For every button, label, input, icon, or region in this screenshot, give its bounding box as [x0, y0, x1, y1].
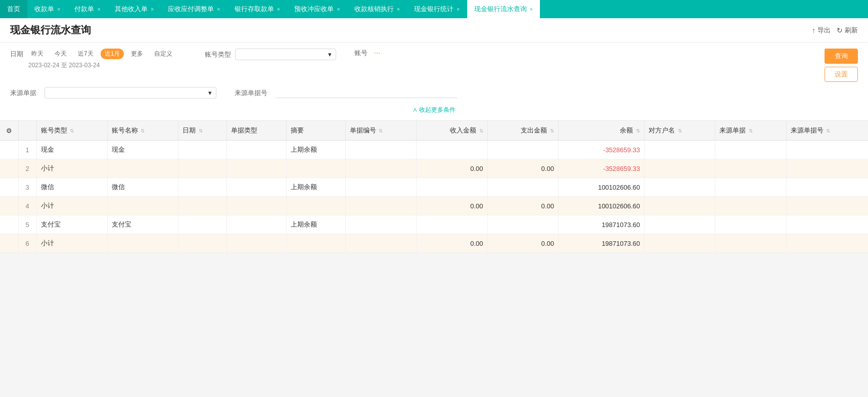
nav-item-payment[interactable]: 付款单 ×	[67, 0, 107, 18]
nav-label-receipt: 收款单	[34, 0, 54, 18]
nav-close-advance[interactable]: ×	[337, 0, 340, 18]
settings-button[interactable]: 设置	[825, 67, 858, 82]
cell-account-name	[107, 197, 178, 215]
nav-item-adjustment[interactable]: 应收应付调整单 ×	[161, 0, 227, 18]
table-row: 2 小计 0.00 0.00 -3528659.33	[0, 159, 868, 178]
col-source-doc[interactable]: 来源单据 ⇅	[715, 121, 786, 141]
cell-income: 0.00	[417, 159, 487, 178]
cell-gear	[0, 141, 18, 159]
col-date[interactable]: 日期 ⇅	[178, 121, 227, 141]
cell-income: 0.00	[417, 234, 487, 253]
cell-gear	[0, 178, 18, 197]
nav-item-advance[interactable]: 预收冲应收单 ×	[287, 0, 347, 18]
account-type-select[interactable]: ▾	[235, 49, 336, 60]
date-today[interactable]: 今天	[51, 49, 71, 59]
nav-item-flow[interactable]: 现金银行流水查询 ×	[467, 0, 540, 18]
source-doc-no-input[interactable]	[276, 88, 458, 98]
cell-counterparty	[645, 197, 715, 215]
date-options: 昨天 今天 近7天 近1月 更多 自定义	[27, 49, 176, 59]
cell-income	[417, 178, 487, 197]
cell-expense	[487, 141, 558, 159]
nav-close-adjustment[interactable]: ×	[217, 0, 220, 18]
cell-summary	[286, 234, 345, 253]
nav-close-stats[interactable]: ×	[456, 0, 460, 18]
col-counterparty[interactable]: 对方户名 ⇅	[645, 121, 715, 141]
cell-balance: 19871073.60	[558, 234, 644, 253]
cell-expense: 0.00	[487, 159, 558, 178]
cell-account-name: 现金	[107, 141, 178, 159]
refresh-label: 刷新	[845, 26, 858, 35]
refresh-button[interactable]: ↻ 刷新	[837, 26, 858, 35]
cell-date	[178, 178, 227, 197]
query-button[interactable]: 查询	[825, 49, 858, 64]
data-table: ⚙ 账号类型 ⇅ 账号名称 ⇅ 日期 ⇅ 单据类型 摘要 单据编号 ⇅ 收入金额…	[0, 121, 868, 253]
source-doc-chevron: ▾	[208, 89, 212, 97]
nav-item-receipt[interactable]: 收款单 ×	[27, 0, 67, 18]
cell-doc-type	[227, 197, 286, 215]
nav-item-other-income[interactable]: 其他收入单 ×	[108, 0, 161, 18]
cell-source-doc	[715, 215, 786, 234]
cell-balance: 19871073.60	[558, 215, 644, 234]
nav-item-home[interactable]: 首页	[0, 0, 27, 18]
col-balance[interactable]: 余额 ⇅	[558, 121, 644, 141]
account-ellipsis[interactable]: ···	[372, 49, 382, 58]
source-doc-select[interactable]: ▾	[44, 87, 216, 99]
table-header-row: ⚙ 账号类型 ⇅ 账号名称 ⇅ 日期 ⇅ 单据类型 摘要 单据编号 ⇅ 收入金额…	[0, 121, 868, 141]
page-header: 现金银行流水查询 ↑ 导出 ↻ 刷新	[0, 18, 868, 42]
nav-item-bank-deposit[interactable]: 银行存取款单 ×	[227, 0, 287, 18]
cell-gear	[0, 159, 18, 178]
nav-close-receipt[interactable]: ×	[57, 0, 60, 18]
nav-item-stats[interactable]: 现金银行统计 ×	[407, 0, 467, 18]
date-custom[interactable]: 自定义	[150, 49, 176, 59]
table-row: 6 小计 0.00 0.00 19871073.60	[0, 234, 868, 253]
top-nav: 首页 收款单 × 付款单 × 其他收入单 × 应收应付调整单 × 银行存取款单 …	[0, 0, 868, 18]
nav-close-flow[interactable]: ×	[530, 0, 533, 18]
cell-doc-no	[345, 215, 416, 234]
cell-gear	[0, 197, 18, 215]
date-more[interactable]: 更多	[127, 49, 147, 59]
nav-close-payment[interactable]: ×	[97, 0, 100, 18]
table-row: 1 现金 现金 上期余额 -3528659.33	[0, 141, 868, 159]
date-yesterday[interactable]: 昨天	[27, 49, 48, 59]
export-button[interactable]: ↑ 导出	[812, 26, 831, 35]
col-doc-no[interactable]: 单据编号 ⇅	[345, 121, 416, 141]
date-range-display: 2023-02-24 至 2023-03-24	[28, 62, 100, 69]
nav-close-other-income[interactable]: ×	[151, 0, 154, 18]
col-account-type[interactable]: 账号类型 ⇅	[36, 121, 107, 141]
cell-expense	[487, 178, 558, 197]
cell-seq: 6	[18, 234, 36, 253]
date-7days[interactable]: 近7天	[74, 49, 98, 59]
cell-doc-type	[227, 159, 286, 178]
cell-source-doc-no	[786, 197, 868, 215]
date-1month[interactable]: 近1月	[101, 49, 124, 59]
cell-seq: 3	[18, 178, 36, 197]
cell-summary	[286, 197, 345, 215]
nav-close-verify[interactable]: ×	[397, 0, 400, 18]
cell-source-doc-no	[786, 141, 868, 159]
cell-account-type: 现金	[36, 141, 107, 159]
col-income[interactable]: 收入金额 ⇅	[417, 121, 487, 141]
cell-account-name: 微信	[107, 178, 178, 197]
cell-account-name	[107, 159, 178, 178]
cell-source-doc	[715, 178, 786, 197]
nav-item-verify[interactable]: 收款核销执行 ×	[347, 0, 407, 18]
cell-counterparty	[645, 234, 715, 253]
cell-date	[178, 159, 227, 178]
collapse-icon: ∧	[413, 106, 418, 113]
header-actions: ↑ 导出 ↻ 刷新	[812, 26, 858, 35]
cell-source-doc	[715, 234, 786, 253]
nav-close-bank-deposit[interactable]: ×	[277, 0, 280, 18]
export-icon: ↑	[812, 26, 815, 34]
collapse-bar[interactable]: ∧ 收起更多条件	[10, 104, 858, 116]
refresh-icon: ↻	[837, 26, 843, 34]
col-expense[interactable]: 支出金额 ⇅	[487, 121, 558, 141]
cell-date	[178, 141, 227, 159]
cell-source-doc-no	[786, 234, 868, 253]
cell-counterparty	[645, 178, 715, 197]
col-gear[interactable]: ⚙	[0, 121, 18, 141]
cell-seq: 5	[18, 215, 36, 234]
col-account-name[interactable]: 账号名称 ⇅	[107, 121, 178, 141]
cell-seq: 2	[18, 159, 36, 178]
col-source-doc-no[interactable]: 来源单据号 ⇅	[786, 121, 868, 141]
page-title: 现金银行流水查询	[10, 23, 91, 37]
